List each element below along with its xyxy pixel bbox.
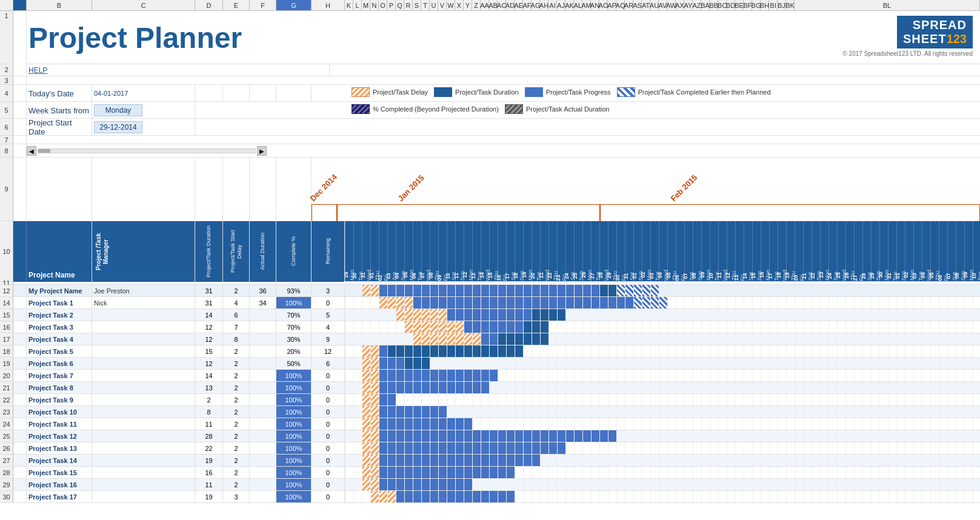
gantt-day-cell	[947, 430, 956, 442]
gantt-day-cell	[540, 479, 548, 490]
actual-cell	[250, 333, 276, 345]
gantt-day-cell	[973, 442, 980, 454]
gantt-day-cell	[803, 479, 812, 490]
gantt-row-cells	[345, 297, 980, 308]
gantt-day-cell	[862, 491, 871, 502]
duration-cell: 15	[195, 345, 223, 357]
gantt-day-cell	[828, 333, 837, 345]
gantt-day-cell	[625, 321, 633, 333]
gantt-day-cell	[888, 406, 896, 418]
gantt-day-cell	[930, 309, 939, 321]
gantt-day-cell	[421, 382, 430, 393]
day-header-col: 15Thu	[489, 221, 498, 282]
gantt-day-cell	[828, 430, 837, 442]
gantt-day-cell	[548, 418, 557, 430]
gantt-day-cell	[879, 345, 888, 357]
gantt-day-cell	[404, 430, 413, 442]
help-link[interactable]: HELP	[28, 66, 47, 75]
gantt-day-cell	[795, 321, 803, 333]
legend-progress-box	[525, 87, 543, 97]
gantt-day-cell	[888, 358, 896, 369]
gantt-day-cell	[744, 309, 752, 321]
complete-cell: 100%	[276, 467, 312, 478]
gantt-day-cell	[837, 382, 845, 393]
gantt-day-cell	[447, 321, 455, 333]
gantt-day-cell	[625, 382, 633, 393]
gantt-day-cell	[744, 358, 752, 369]
gantt-day-cell	[650, 394, 659, 405]
gantt-day-cell	[548, 297, 557, 308]
gantt-day-cell	[523, 358, 532, 369]
gantt-day-cell	[387, 418, 396, 430]
gantt-day-cell	[370, 394, 379, 405]
gantt-day-cell	[786, 479, 795, 490]
scroll-track[interactable]	[38, 148, 256, 153]
gantt-day-cell	[582, 370, 591, 381]
remaining-cell: 0	[312, 382, 345, 393]
gantt-day-cell	[854, 333, 862, 345]
scrollbar-area[interactable]: ◀ ▶	[27, 144, 287, 158]
week-starts-value[interactable]: Monday	[94, 104, 142, 116]
project-start-value[interactable]: 29-12-2014	[94, 121, 142, 133]
gantt-day-cell	[964, 479, 973, 490]
gantt-day-cell	[735, 358, 744, 369]
gantt-day-cell	[608, 309, 616, 321]
gantt-day-cell	[438, 297, 447, 308]
table-row: 17Project Task 412830%9	[0, 333, 980, 345]
gantt-day-cell	[896, 333, 905, 345]
scroll-thumb[interactable]	[38, 149, 50, 153]
gantt-day-cell	[676, 358, 684, 369]
gantt-day-cell	[616, 297, 625, 308]
gantt-day-cell	[803, 321, 812, 333]
gantt-day-cell	[973, 491, 980, 502]
gantt-day-cell	[455, 430, 464, 442]
gantt-day-cell	[574, 442, 582, 454]
gantt-day-cell	[633, 321, 642, 333]
gantt-row-cells	[345, 418, 980, 430]
scroll-right-btn[interactable]: ▶	[257, 146, 267, 156]
gantt-day-cell	[472, 455, 481, 466]
gantt-day-cell	[710, 345, 718, 357]
gantt-day-cell	[913, 479, 922, 490]
gantt-day-cell	[845, 491, 854, 502]
gantt-day-cell	[472, 309, 481, 321]
gantt-day-cell	[667, 333, 676, 345]
project-name-cell: Project Task 14	[27, 455, 92, 466]
gantt-day-cell	[659, 297, 667, 308]
gantt-day-cell	[565, 382, 574, 393]
gantt-day-cell	[599, 491, 608, 502]
scroll-left-btn[interactable]: ◀	[27, 146, 36, 156]
gantt-day-cell	[973, 321, 980, 333]
gantt-day-cell	[871, 418, 879, 430]
gantt-day-cell	[718, 430, 727, 442]
gantt-day-cell	[548, 430, 557, 442]
gantt-day-cell	[913, 442, 922, 454]
gantt-day-cell	[532, 442, 540, 454]
gantt-day-cell	[345, 406, 353, 418]
gantt-day-cell	[701, 285, 710, 296]
gantt-day-cell	[701, 321, 710, 333]
gantt-day-cell	[913, 321, 922, 333]
gantt-day-cell	[464, 309, 472, 321]
gantt-day-cell	[353, 467, 362, 478]
gantt-day-cell	[862, 321, 871, 333]
gantt-day-cell	[701, 479, 710, 490]
gantt-day-cell	[616, 455, 625, 466]
gantt-day-cell	[812, 467, 820, 478]
project-name-cell: Project Task 16	[27, 479, 92, 490]
gantt-day-cell	[795, 333, 803, 345]
gantt-day-cell	[922, 358, 930, 369]
gantt-day-cell	[710, 321, 718, 333]
gantt-day-cell	[837, 406, 845, 418]
gantt-day-cell	[506, 394, 515, 405]
gantt-day-cell	[548, 479, 557, 490]
project-name-cell: Project Task 2	[27, 309, 92, 321]
day-header-col: 12Thu	[727, 221, 735, 282]
gantt-day-cell	[404, 358, 413, 369]
gantt-day-cell	[710, 455, 718, 466]
gantt-day-cell	[548, 321, 557, 333]
gantt-day-cell	[421, 370, 430, 381]
gantt-day-cell	[370, 491, 379, 502]
table-row: 30Project Task 17193100%0	[0, 491, 980, 503]
gantt-day-cell	[506, 382, 515, 393]
